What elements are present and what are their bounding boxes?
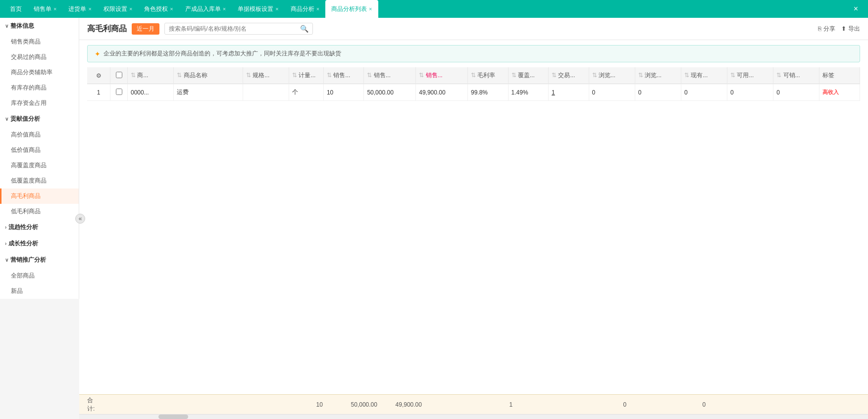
search-icon[interactable]: 🔍	[300, 25, 308, 33]
th-gross-rate[interactable]: ⇅ 毛利率	[468, 67, 509, 84]
cell-trade[interactable]: 1	[549, 84, 589, 101]
nav-analysis[interactable]: 商品分析 ×	[285, 0, 325, 18]
th-name[interactable]: ⇅ 商品名称	[174, 67, 243, 84]
sort-icon: ⇅	[511, 72, 516, 79]
nav-close-inbound[interactable]: ×	[223, 6, 226, 12]
cell-checkbox[interactable]	[110, 84, 128, 101]
cell-gross-rate: 99.8%	[468, 84, 509, 101]
nav-home[interactable]: 首页	[4, 0, 28, 18]
th-sales-amt[interactable]: ⇅ 销售...	[364, 67, 416, 84]
sidebar-item-high-value[interactable]: 高价值商品	[0, 127, 79, 142]
row-checkbox[interactable]	[116, 89, 122, 95]
nav-analysis-list[interactable]: 商品分析列表 ×	[325, 0, 378, 18]
sidebar-section-marketing[interactable]: ∨ 营销推广分析	[0, 252, 79, 268]
nav-permissions[interactable]: 权限设置 ×	[98, 0, 138, 18]
footer-spacer6	[284, 401, 313, 408]
th-stock2[interactable]: ⇅ 可用...	[727, 67, 773, 84]
sort-icon: ⇅	[419, 72, 424, 79]
sidebar-item-sales-goods[interactable]: 销售类商品	[0, 34, 79, 49]
sidebar-item-high-margin[interactable]: 高毛利商品	[0, 188, 79, 204]
sidebar-section-overview[interactable]: ∨ 整体信息	[0, 18, 79, 34]
th-sellable[interactable]: ⇅ 可销...	[773, 67, 819, 84]
sidebar-item-stock-capital[interactable]: 库存资金占用	[0, 95, 79, 111]
cell-spec	[243, 84, 289, 101]
nav-inbound[interactable]: 产成品入库单 ×	[179, 0, 232, 18]
sidebar-item-all-goods[interactable]: 全部商品	[0, 268, 79, 283]
nav-close-purchase[interactable]: ×	[88, 6, 91, 12]
sidebar-item-traded-goods[interactable]: 交易过的商品	[0, 49, 79, 65]
nav-close-template[interactable]: ×	[275, 6, 278, 12]
arrow-icon-trend: ›	[5, 225, 6, 230]
nav-close-sales[interactable]: ×	[53, 6, 56, 12]
footer-spacer3	[145, 401, 185, 408]
header-actions: ⎘ 分享 ⬆ 导出	[818, 25, 860, 33]
th-checkbox[interactable]	[110, 67, 128, 84]
th-unit[interactable]: ⇅ 计量...	[289, 67, 324, 84]
info-icon: ✦	[95, 50, 101, 58]
cell-num: 1	[87, 84, 110, 101]
share-button[interactable]: ⎘ 分享	[818, 25, 835, 33]
nav-sales[interactable]: 销售单 ×	[28, 0, 62, 18]
sidebar-section-growth[interactable]: › 成长性分析	[0, 235, 79, 252]
sidebar-item-low-coverage[interactable]: 低覆盖度商品	[0, 173, 79, 188]
main-layout: ∨ 整体信息 销售类商品 交易过的商品 商品分类辅助率 有库存的商品 库存资金占…	[0, 18, 868, 419]
sidebar-item-low-margin[interactable]: 低毛利商品	[0, 204, 79, 219]
th-sales-qty[interactable]: ⇅ 销售...	[323, 67, 364, 84]
sort-icon: ⇅	[367, 72, 372, 79]
sidebar-section-contribution[interactable]: ∨ 贡献值分析	[0, 111, 79, 127]
cell-unit: 个	[289, 84, 324, 101]
cell-profit: 49,900.00	[416, 84, 468, 101]
bottom-scrollbar[interactable]	[79, 414, 868, 419]
search-input[interactable]	[169, 25, 300, 32]
footer-spacer5	[244, 401, 284, 408]
th-settings[interactable]: ⚙	[87, 67, 110, 84]
select-all-checkbox[interactable]	[116, 72, 122, 78]
arrow-icon-growth: ›	[5, 241, 6, 246]
nav-close-analysis[interactable]: ×	[316, 6, 319, 12]
th-code[interactable]: ⇅ 商...	[128, 67, 174, 84]
nav-close-roles[interactable]: ×	[170, 6, 173, 12]
table-footer: 合计: 10 50,000.00 49,900.00 1 0 0	[79, 394, 868, 414]
th-cover[interactable]: ⇅ 覆盖...	[508, 67, 549, 84]
footer-label: 合计:	[87, 396, 101, 413]
sidebar-item-in-stock[interactable]: 有库存的商品	[0, 80, 79, 95]
th-trade[interactable]: ⇅ 交易...	[549, 67, 589, 84]
th-profit[interactable]: ⇅ 销售...	[416, 67, 468, 84]
cell-sellable: 0	[773, 84, 819, 101]
cell-sales-qty: 10	[323, 84, 364, 101]
nav-template[interactable]: 单据模板设置 ×	[232, 0, 284, 18]
window-close-button[interactable]: ×	[848, 4, 864, 13]
page-title: 高毛利商品	[87, 24, 127, 34]
footer-spacer10	[581, 401, 620, 408]
th-browse1[interactable]: ⇅ 浏览...	[589, 67, 635, 84]
period-button[interactable]: 近一月	[132, 23, 159, 35]
nav-roles[interactable]: 角色授权 ×	[138, 0, 179, 18]
sidebar-item-high-coverage[interactable]: 高覆盖度商品	[0, 158, 79, 173]
sidebar-item-category-rate[interactable]: 商品分类辅助率	[0, 65, 79, 80]
footer-stock1: 0	[620, 401, 660, 408]
arrow-icon-marketing: ∨	[5, 257, 8, 263]
sort-icon: ⇅	[592, 72, 597, 79]
sidebar-section-trend[interactable]: › 流趋性分析	[0, 219, 79, 235]
nav-close-permissions[interactable]: ×	[129, 6, 132, 12]
sidebar-collapse-button[interactable]: «	[75, 214, 85, 224]
nav-close-analysis-list[interactable]: ×	[369, 6, 372, 12]
arrow-icon-contribution: ∨	[5, 116, 8, 122]
content-area: 高毛利商品 近一月 🔍 ⎘ 分享 ⬆ 导出 ✦ 企业的主要的利润都是这部分商品创…	[79, 18, 868, 419]
cell-browse1: 0	[589, 84, 635, 101]
sort-icon: ⇅	[552, 72, 557, 79]
sidebar-item-new-goods[interactable]: 新品	[0, 283, 79, 299]
nav-purchase[interactable]: 进货单 ×	[62, 0, 97, 18]
th-browse2[interactable]: ⇅ 浏览...	[635, 67, 681, 84]
content-header: 高毛利商品 近一月 🔍 ⎘ 分享 ⬆ 导出	[79, 18, 868, 40]
cell-stock2: 0	[727, 84, 773, 101]
th-stock1[interactable]: ⇅ 现有...	[681, 67, 727, 84]
th-spec[interactable]: ⇅ 规格...	[243, 67, 289, 84]
table-row: 1 0000... 运费 个 10 50,000.00 49,900.00 99…	[87, 84, 860, 101]
tag-label: 高收入	[822, 89, 839, 95]
export-button[interactable]: ⬆ 导出	[841, 25, 860, 33]
th-tag[interactable]: 标签	[819, 67, 860, 84]
sidebar-item-low-value[interactable]: 低价值商品	[0, 142, 79, 158]
footer-sales-amt: 50,000.00	[348, 401, 393, 408]
cell-code: 0000...	[128, 84, 174, 101]
